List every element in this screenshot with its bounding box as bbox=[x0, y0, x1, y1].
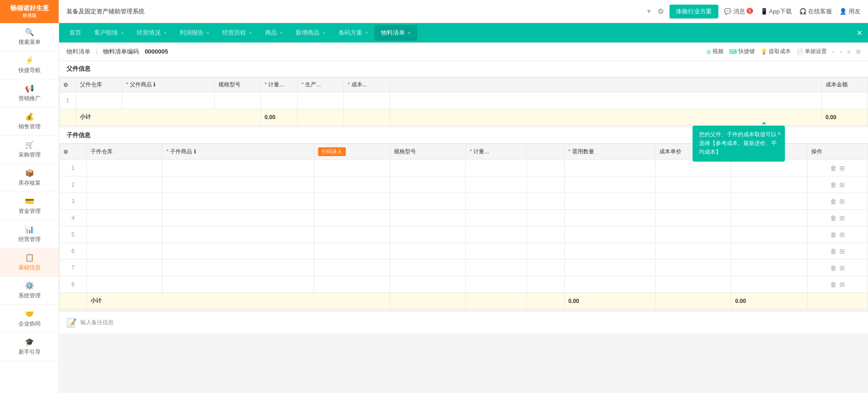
app-download-button[interactable]: 📱 App下载 bbox=[760, 7, 792, 16]
child-product-cell[interactable] bbox=[163, 243, 314, 260]
parent-amount-cell[interactable] bbox=[822, 92, 868, 109]
copy-icon[interactable]: ⊞ bbox=[839, 281, 845, 288]
child-unitcost-cell[interactable] bbox=[656, 276, 731, 293]
sidebar-item-basicinfo[interactable]: 📋 基础信息 bbox=[0, 248, 59, 277]
sidebar-item-operations[interactable]: 📊 经营管理 bbox=[0, 220, 59, 248]
child-th-settings[interactable]: ⚙ bbox=[60, 144, 87, 160]
menu-button[interactable]: ≡ bbox=[847, 48, 850, 55]
child-spec-cell[interactable] bbox=[390, 176, 466, 193]
delete-icon[interactable]: 🗑 bbox=[830, 281, 837, 288]
delete-icon[interactable]: 🗑 bbox=[830, 231, 837, 238]
sidebar-item-purchase[interactable]: 🛒 采购管理 bbox=[0, 136, 59, 164]
child-amount-cell[interactable] bbox=[731, 160, 807, 176]
copy-icon[interactable]: ⊞ bbox=[839, 248, 845, 255]
child-needed-cell[interactable] bbox=[564, 226, 655, 243]
child-product-cell[interactable] bbox=[163, 260, 314, 276]
child-spec-cell[interactable] bbox=[390, 226, 466, 243]
child-unit-cell[interactable] bbox=[466, 243, 526, 260]
copy-icon[interactable]: ⊞ bbox=[839, 214, 845, 222]
child-unitcost-cell[interactable] bbox=[656, 210, 731, 226]
cost-action[interactable]: 💡 提取成本 bbox=[760, 48, 791, 55]
copy-icon[interactable]: ⊞ bbox=[839, 181, 845, 188]
child-needed-cell[interactable] bbox=[564, 176, 655, 193]
child-unit-cell[interactable] bbox=[466, 260, 526, 276]
tab-close-icon[interactable]: × bbox=[206, 30, 209, 36]
child-unit-cell[interactable] bbox=[466, 276, 526, 293]
delete-icon[interactable]: 🗑 bbox=[830, 214, 837, 222]
copy-icon[interactable]: ⊞ bbox=[839, 231, 845, 238]
tab-close-icon[interactable]: × bbox=[163, 30, 166, 36]
child-product-cell[interactable] bbox=[163, 226, 314, 243]
tab-bom[interactable]: 物料清单 × bbox=[374, 25, 417, 41]
message-button[interactable]: 💬 消息 6 bbox=[724, 7, 753, 16]
tab-close-icon[interactable]: × bbox=[121, 30, 124, 36]
child-amount-cell[interactable] bbox=[731, 226, 807, 243]
child-product-cell[interactable] bbox=[163, 160, 314, 176]
copy-icon[interactable]: ⊞ bbox=[839, 198, 845, 205]
copy-icon[interactable]: ⊞ bbox=[839, 164, 845, 172]
tab-close-icon[interactable]: × bbox=[408, 30, 410, 36]
child-amount-cell[interactable] bbox=[731, 260, 807, 276]
settings-icon[interactable]: ⚙ bbox=[657, 7, 664, 16]
child-product-cell[interactable] bbox=[163, 210, 314, 226]
sidebar-item-quicknav[interactable]: ⚡ 快捷导航 bbox=[0, 51, 59, 79]
child-amount-cell[interactable] bbox=[731, 210, 807, 226]
view-action[interactable]: ◎ 视频 bbox=[706, 48, 723, 55]
tab-close-icon[interactable]: × bbox=[280, 30, 283, 36]
tab-customer[interactable]: 客户联络 × bbox=[88, 25, 130, 41]
tab-profit[interactable]: 利润报告 × bbox=[173, 25, 216, 41]
dropdown-arrow[interactable]: ▼ bbox=[646, 8, 652, 15]
child-unitcost-cell[interactable] bbox=[656, 260, 731, 276]
sidebar-item-finance[interactable]: 💳 资金管理 bbox=[0, 192, 59, 220]
close-all-tabs-button[interactable]: ✕ bbox=[855, 27, 864, 39]
sidebar-item-system[interactable]: ⚙️ 系统管理 bbox=[0, 277, 59, 305]
child-spec-cell[interactable] bbox=[390, 260, 466, 276]
child-unit-cell[interactable] bbox=[466, 176, 526, 193]
sidebar-item-newuser[interactable]: 🎓 新手引导 bbox=[0, 333, 59, 361]
child-warehouse-cell[interactable] bbox=[87, 193, 163, 210]
user-avatar[interactable]: 👤 用友 bbox=[839, 7, 861, 16]
child-unitcost-cell[interactable] bbox=[656, 160, 731, 176]
child-product-cell[interactable] bbox=[163, 193, 314, 210]
child-warehouse-cell[interactable] bbox=[87, 276, 163, 293]
tab-close-icon[interactable]: × bbox=[249, 30, 252, 36]
sidebar-item-enterprise[interactable]: 🤝 企业协同 bbox=[0, 305, 59, 333]
child-spec-cell[interactable] bbox=[390, 193, 466, 210]
delete-icon[interactable]: 🗑 bbox=[830, 198, 837, 205]
child-amount-cell[interactable] bbox=[731, 193, 807, 210]
child-spec-cell[interactable] bbox=[390, 160, 466, 176]
tab-barcode[interactable]: 条码方案 × bbox=[332, 25, 374, 41]
child-unitcost-cell[interactable] bbox=[656, 176, 731, 193]
nav-prev-button[interactable]: ‹ bbox=[832, 48, 834, 55]
child-warehouse-cell[interactable] bbox=[87, 160, 163, 176]
parent-product-cell[interactable] bbox=[122, 92, 215, 109]
sidebar-item-sales[interactable]: 💰 销售管理 bbox=[0, 108, 59, 136]
delete-icon[interactable]: 🗑 bbox=[830, 164, 837, 172]
child-needed-cell[interactable] bbox=[564, 210, 655, 226]
child-needed-cell[interactable] bbox=[564, 243, 655, 260]
delete-icon[interactable]: 🗑 bbox=[830, 264, 837, 272]
child-spec-cell[interactable] bbox=[390, 243, 466, 260]
child-unit-cell[interactable] bbox=[466, 160, 526, 176]
child-warehouse-cell[interactable] bbox=[87, 210, 163, 226]
sidebar-item-search[interactable]: 🔍 搜索菜单 bbox=[0, 23, 59, 51]
child-spec-cell[interactable] bbox=[390, 276, 466, 293]
child-unit-cell[interactable] bbox=[466, 210, 526, 226]
experience-button[interactable]: 体验行业方案 bbox=[669, 5, 718, 18]
parent-warehouse-cell[interactable] bbox=[76, 92, 122, 109]
child-spec-cell[interactable] bbox=[390, 210, 466, 226]
parent-cost-cell[interactable] bbox=[344, 92, 390, 109]
shortcut-action[interactable]: ⌨ 快捷键 bbox=[729, 48, 755, 55]
sidebar-item-marketing[interactable]: 📢 营销推广 bbox=[0, 79, 59, 108]
tab-operations[interactable]: 经营情况 × bbox=[130, 25, 173, 41]
sidebar-item-inventory[interactable]: 📦 库存核算 bbox=[0, 164, 59, 192]
parent-spec-cell[interactable] bbox=[215, 92, 261, 109]
expand-button[interactable]: ⊞ bbox=[856, 48, 861, 55]
online-service-button[interactable]: 🎧 在线客服 bbox=[799, 7, 832, 16]
child-warehouse-cell[interactable] bbox=[87, 260, 163, 276]
delete-icon[interactable]: 🗑 bbox=[830, 181, 837, 188]
child-warehouse-cell[interactable] bbox=[87, 176, 163, 193]
child-unitcost-cell[interactable] bbox=[656, 226, 731, 243]
settings-action[interactable]: 📄 单据设置 bbox=[796, 48, 827, 55]
parent-production-cell[interactable] bbox=[298, 92, 344, 109]
